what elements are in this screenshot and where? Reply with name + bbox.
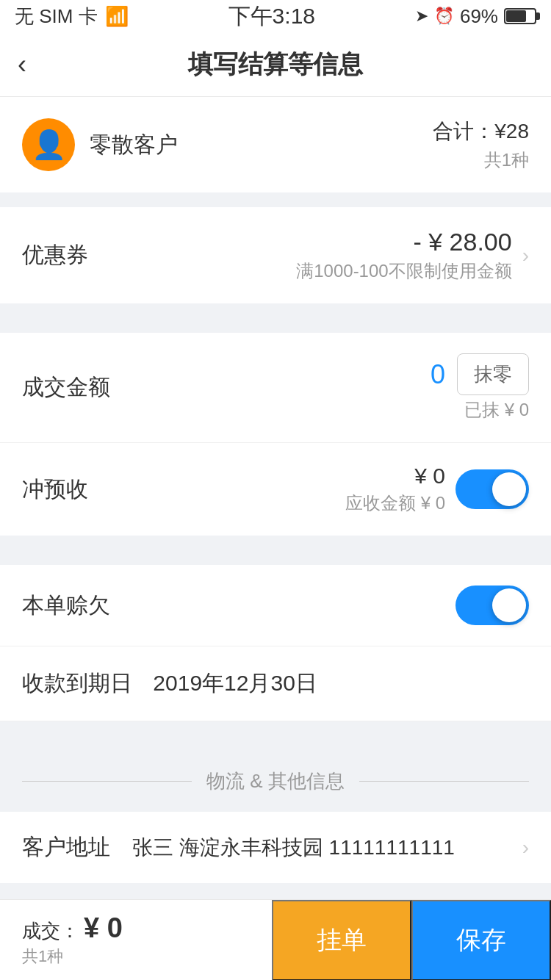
- status-bar: 无 SIM 卡 📶 下午3:18 ➤ ⏰ 69%: [0, 0, 551, 32]
- chevron-right-icon: ›: [522, 244, 529, 267]
- bottom-summary: 成交： ¥ 0 共1种: [0, 912, 272, 968]
- debt-toggle-knob: [492, 588, 526, 622]
- bottom-transaction-label: 成交：: [22, 918, 79, 944]
- customer-info: 👤 零散客户: [22, 118, 178, 171]
- discount-desc: 满1000-100不限制使用金额: [296, 259, 511, 283]
- coupon-right: - ¥ 28.00 满1000-100不限制使用金额 ›: [296, 228, 529, 283]
- page-title: 填写结算等信息: [188, 48, 363, 82]
- discount-amount: - ¥ 28.00: [296, 228, 511, 256]
- address-value: 张三 海淀永丰科技园 11111111111: [132, 834, 500, 862]
- bottom-transaction-amount: ¥ 0: [84, 912, 123, 944]
- prepaid-amount-info: ¥ 0 应收金额 ¥ 0: [345, 464, 445, 515]
- status-left: 无 SIM 卡 📶: [15, 4, 129, 29]
- transaction-right: 0 抹零 已抹 ¥ 0: [431, 353, 529, 422]
- prepaid-right: ¥ 0 应收金额 ¥ 0: [345, 464, 529, 515]
- avatar: 👤: [22, 118, 75, 171]
- transaction-row-right: 0 抹零: [431, 353, 529, 395]
- section-divider-3: [0, 736, 551, 751]
- round-zero-button[interactable]: 抹零: [457, 353, 529, 395]
- nav-bar: ‹ 填写结算等信息: [0, 32, 551, 97]
- save-button[interactable]: 保存: [411, 900, 551, 981]
- address-section: 客户地址 张三 海淀永丰科技园 11111111111 ›: [0, 812, 551, 883]
- toggle-knob: [492, 472, 526, 506]
- prepaid-row: 冲预收 ¥ 0 应收金额 ¥ 0: [0, 443, 551, 536]
- status-time: 下午3:18: [228, 1, 315, 32]
- total-count: 共1种: [433, 148, 529, 172]
- bottom-transaction-count: 共1种: [22, 945, 250, 968]
- transaction-sub: 已抹 ¥ 0: [464, 398, 529, 422]
- user-icon: 👤: [32, 129, 66, 161]
- address-chevron-icon: ›: [522, 836, 529, 860]
- logistics-line-right: [359, 781, 529, 782]
- battery-text: 69%: [460, 5, 498, 28]
- bottom-transaction-line: 成交： ¥ 0: [22, 912, 250, 944]
- location-icon: ➤: [415, 7, 428, 26]
- debt-right: [455, 586, 529, 625]
- due-date-label: 收款到期日: [22, 671, 132, 695]
- logistics-header: 物流 & 其他信息: [0, 751, 551, 812]
- status-right: ➤ ⏰ 69%: [415, 5, 536, 28]
- logistics-text: 物流 & 其他信息: [206, 768, 345, 794]
- battery-icon: [504, 8, 536, 24]
- total-amount: 合计：¥28: [433, 118, 529, 145]
- section-divider-1: [0, 318, 551, 333]
- prepaid-toggle[interactable]: [455, 469, 529, 509]
- transaction-row: 成交金额 0 抹零 已抹 ¥ 0: [0, 333, 551, 443]
- customer-total: 合计：¥28 共1种: [433, 118, 529, 172]
- due-date-row: 收款到期日 2019年12月30日: [0, 646, 551, 721]
- back-button[interactable]: ‹: [18, 49, 26, 80]
- debt-label: 本单赊欠: [22, 591, 110, 621]
- discount-info: - ¥ 28.00 满1000-100不限制使用金额: [296, 228, 511, 283]
- bottom-bar: 成交： ¥ 0 共1种 挂单 保存: [0, 899, 551, 980]
- alarm-icon: ⏰: [434, 7, 454, 26]
- address-row[interactable]: 客户地址 张三 海淀永丰科技园 11111111111 ›: [0, 812, 551, 883]
- prepaid-amount: ¥ 0: [345, 464, 445, 489]
- coupon-row[interactable]: 优惠券 - ¥ 28.00 满1000-100不限制使用金额 ›: [0, 207, 551, 303]
- hold-order-button[interactable]: 挂单: [272, 900, 411, 981]
- section-divider-2: [0, 550, 551, 565]
- transaction-value: 0: [431, 359, 445, 390]
- customer-row: 👤 零散客户 合计：¥28 共1种: [0, 97, 551, 192]
- due-date-value: 2019年12月30日: [153, 671, 317, 695]
- transaction-section: 成交金额 0 抹零 已抹 ¥ 0 冲预收 ¥ 0 应收金额 ¥ 0: [0, 333, 551, 536]
- debt-toggle[interactable]: [455, 586, 529, 625]
- customer-name: 零散客户: [90, 130, 178, 160]
- debt-row: 本单赊欠: [0, 565, 551, 646]
- prepaid-label: 冲预收: [22, 475, 88, 505]
- address-label: 客户地址: [22, 832, 110, 862]
- coupon-section: 优惠券 - ¥ 28.00 满1000-100不限制使用金额 ›: [0, 207, 551, 303]
- carrier-text: 无 SIM 卡: [15, 4, 98, 29]
- prepaid-sub: 应收金额 ¥ 0: [345, 491, 445, 515]
- wifi-icon: 📶: [105, 5, 129, 28]
- coupon-label: 优惠券: [22, 240, 88, 270]
- transaction-label: 成交金额: [22, 372, 110, 403]
- logistics-line-left: [22, 781, 192, 782]
- debt-section: 本单赊欠 收款到期日 2019年12月30日: [0, 565, 551, 721]
- page-content: 👤 零散客户 合计：¥28 共1种 优惠券 - ¥ 28.00 满1000-10…: [0, 97, 551, 980]
